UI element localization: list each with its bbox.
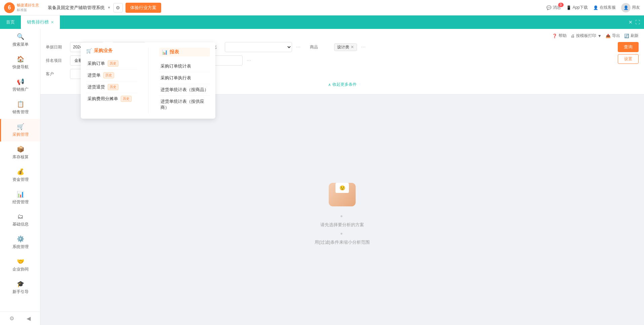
logo-edition: 标准版 <box>17 8 39 12</box>
sidebar-item-newbie[interactable]: 🎓 新手引导 <box>0 276 40 299</box>
logo-area: 6 畅捷通好生意 标准版 <box>4 2 44 13</box>
menu-item-inbound-stat-supplier[interactable]: 进货单统计表（按供应商） <box>159 96 210 113</box>
nav-tab-actions: ✕ ⛶ <box>629 15 644 29</box>
system-dropdown-arrow[interactable]: ▼ <box>107 6 111 9</box>
sidebar-item-operations[interactable]: 📊 经营管理 <box>0 187 40 209</box>
sidebar-item-purchase[interactable]: 🛒 采购管理 <box>0 119 40 141</box>
filter-settings-button[interactable]: 设置 <box>618 54 639 64</box>
empty-illustration: 😟 <box>322 173 362 206</box>
sidebar-item-basic-info-label: 基础信息 <box>12 221 29 227</box>
status-select[interactable] <box>225 42 292 52</box>
basic-info-icon: 🗂 <box>17 213 24 220</box>
main-layout: 🔍 搜索菜单 🏠 快捷导航 📢 营销推广 📋 销售管理 🛒 采购管理 📦 库存核… <box>0 29 644 325</box>
export-icon: 📤 <box>606 34 611 38</box>
online-service-button[interactable]: 👤 在线客服 <box>593 5 616 10</box>
menu-item-inbound-return[interactable]: 进货退货 历史 <box>86 81 137 93</box>
salesman-dots[interactable]: ··· <box>247 57 251 64</box>
sidebar-item-system[interactable]: ⚙️ 系统管理 <box>0 231 40 254</box>
sidebar-item-system-label: 系统管理 <box>12 244 29 250</box>
refresh-button[interactable]: 🔄 刷新 <box>624 33 639 39</box>
sidebar-item-finance-label: 资金管理 <box>12 177 29 182</box>
sidebar-item-enterprise[interactable]: 🤝 企业协同 <box>0 254 40 276</box>
tab-sales-rank[interactable]: 销售排行榜 ✕ <box>21 15 60 29</box>
sidebar-item-inventory[interactable]: 📦 库存核算 <box>0 141 40 164</box>
query-button[interactable]: 查询 <box>618 42 639 52</box>
sidebar-item-marketing[interactable]: 📢 营销推广 <box>0 74 40 96</box>
purchase-section: 🛒 采购业务 采购订单 历史 进货单 历史 进货退货 历史 采购费用分摊单 <box>86 48 137 113</box>
home-icon: 🏠 <box>17 55 24 63</box>
menu-item-purchase-order[interactable]: 采购订单 历史 <box>86 58 137 70</box>
sidebar-footer-collapse-icon[interactable]: ◀ <box>27 315 31 322</box>
marketing-icon: 📢 <box>17 78 24 85</box>
status-dots[interactable]: ··· <box>296 44 300 50</box>
toolbar-top-actions: ❓ 帮助 🖨 按模板打印 ▼ 📤 导出 🔄 刷新 <box>46 33 639 39</box>
content-area: 🛒 采购业务 采购订单 历史 进货单 历史 进货退货 历史 采购费用分摊单 <box>40 29 644 325</box>
sidebar-footer: ⚙ ◀ <box>0 312 40 325</box>
menu-item-inbound-stat-goods[interactable]: 进货单统计表（按商品） <box>159 84 210 96</box>
empty-text: ● 请先选择要分析的方案 ● 用[过滤]条件来缩小分析范围 <box>315 212 369 247</box>
menu-item-purchase-order-exec[interactable]: 采购订单执行表 <box>159 72 210 84</box>
enterprise-icon: 🤝 <box>17 258 24 265</box>
help-icon: ❓ <box>552 34 557 38</box>
print-icon: 🖨 <box>571 34 575 38</box>
operations-icon: 📊 <box>17 191 24 198</box>
newbie-icon: 🎓 <box>17 280 24 288</box>
header-center: 装备及固定资产辅助管理系统 ▼ ⚙ 体验行业方案 <box>44 3 546 13</box>
purchase-section-icon: 🛒 <box>86 48 92 53</box>
tab-close-icon[interactable]: ✕ <box>51 20 54 25</box>
inbound-history-badge: 历史 <box>103 72 114 78</box>
purchase-order-history-badge: 历史 <box>108 60 118 67</box>
menu-item-purchase-order-stat[interactable]: 采购订单统计表 <box>159 60 210 72</box>
notification-badge: 9 <box>558 3 564 7</box>
inbound-return-history-badge: 历史 <box>108 84 118 90</box>
goods-dots[interactable]: ··· <box>361 44 365 50</box>
system-name: 装备及固定资产辅助管理系统 <box>48 5 105 11</box>
maximize-icon[interactable]: ⛶ <box>635 19 640 25</box>
purchase-expense-history-badge: 历史 <box>121 96 132 102</box>
filter-actions: 查询 设置 <box>618 42 639 64</box>
empty-state: 😟 ● 请先选择要分析的方案 ● 用[过滤]条件来缩小分析范围 <box>40 94 644 325</box>
export-button[interactable]: 📤 导出 <box>606 33 620 39</box>
logo-icon: 6 <box>4 2 15 13</box>
collapse-button[interactable]: ∧ 收起更多条件 <box>328 82 357 87</box>
logo-name: 畅捷通好生意 <box>17 3 39 7</box>
user-menu[interactable]: 👤 用友 <box>621 3 640 12</box>
sidebar-item-basic-info[interactable]: 🗂 基础信息 <box>0 209 40 231</box>
print-button[interactable]: 🖨 按模板打印 ▼ <box>571 33 602 39</box>
tab-home[interactable]: 首页 <box>0 15 21 29</box>
menu-item-inbound[interactable]: 进货单 历史 <box>86 70 137 81</box>
menu-item-inbound-stat-supplier-label: 进货单统计表（按供应商） <box>160 98 209 111</box>
sidebar-footer-settings-icon[interactable]: ⚙ <box>9 315 14 322</box>
system-settings-button[interactable]: ⚙ <box>113 3 123 12</box>
sidebar-item-finance[interactable]: 💰 资金管理 <box>0 164 40 187</box>
sidebar-item-sales[interactable]: 📋 销售管理 <box>0 96 40 119</box>
industry-button[interactable]: 体验行业方案 <box>126 3 161 13</box>
notification-button[interactable]: 💬 消息 9 <box>546 5 561 10</box>
sidebar-item-newbie-label: 新手引导 <box>12 289 29 295</box>
app-download-label: App下载 <box>573 5 588 10</box>
sidebar-item-search[interactable]: 🔍 搜索菜单 <box>0 29 40 51</box>
top-header: 6 畅捷通好生意 标准版 装备及固定资产辅助管理系统 ▼ ⚙ 体验行业方案 💬 … <box>0 0 644 15</box>
menu-divider <box>148 48 148 113</box>
phone-icon: 📱 <box>566 5 571 10</box>
help-button[interactable]: ❓ 帮助 <box>552 33 567 39</box>
online-service-label: 在线客服 <box>600 5 616 10</box>
menu-item-purchase-expense[interactable]: 采购费用分摊单 历史 <box>86 93 137 105</box>
close-all-icon[interactable]: ✕ <box>629 19 633 25</box>
menu-item-purchase-expense-label: 采购费用分摊单 <box>87 96 118 102</box>
goods-label: 商品 <box>310 44 330 50</box>
app-download-button[interactable]: 📱 App下载 <box>566 5 588 10</box>
refresh-icon: 🔄 <box>624 34 629 38</box>
menu-item-inbound-stat-goods-label: 进货单统计表（按商品） <box>160 87 209 93</box>
user-name: 用友 <box>632 5 640 10</box>
sidebar-item-search-label: 搜索菜单 <box>12 42 29 47</box>
collapse-chevron-icon: ∧ <box>328 82 331 87</box>
goods-tag-close[interactable]: ✕ <box>351 45 354 49</box>
tab-home-label: 首页 <box>6 19 15 25</box>
menu-item-inbound-label: 进货单 <box>87 72 101 78</box>
purchase-dropdown-menu: 🛒 采购业务 采购订单 历史 进货单 历史 进货退货 历史 采购费用分摊单 <box>81 42 215 119</box>
date-label: 单据日期 <box>46 44 66 50</box>
sidebar-item-quick-nav[interactable]: 🏠 快捷导航 <box>0 51 40 74</box>
empty-tip1: ● 请先选择要分析的方案 <box>315 212 369 229</box>
customer-label: 客户 <box>46 71 66 77</box>
